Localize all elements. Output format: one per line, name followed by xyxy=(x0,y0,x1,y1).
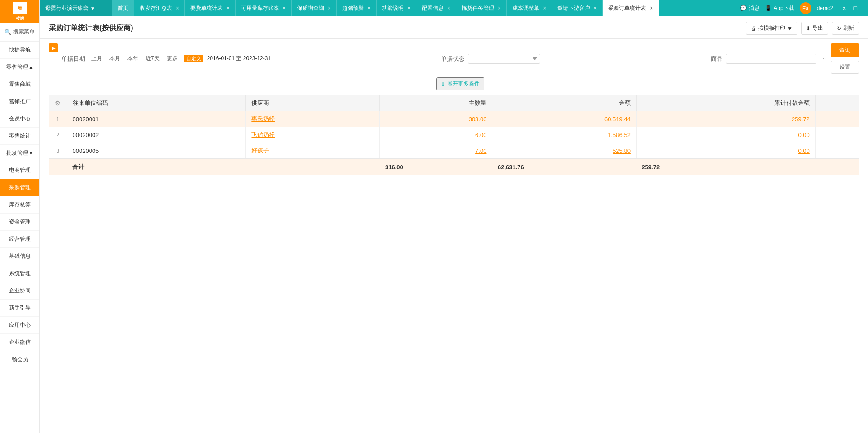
status-filter-select[interactable] xyxy=(468,54,540,64)
date-filter-label: 单据日期 xyxy=(61,55,85,63)
tab-label: 拣货任务管理 xyxy=(462,5,494,12)
tab-close-button[interactable]: × xyxy=(496,5,501,11)
goods-filter-input[interactable] xyxy=(726,54,816,64)
logo-icon-text: 畅 xyxy=(18,5,22,11)
query-area: 查询 设置 xyxy=(831,43,859,74)
tab-close-button[interactable]: × xyxy=(445,5,450,11)
sidebar-item-vip[interactable]: 畅会员 xyxy=(0,351,39,368)
sidebar-item-finance[interactable]: 资金管理 xyxy=(0,214,39,231)
tab-label: 功能说明 xyxy=(382,5,404,12)
window-close-button[interactable]: × xyxy=(839,0,849,16)
message-label: 消息 xyxy=(749,5,760,12)
sidebar-item-member[interactable]: 会员中心 xyxy=(0,110,39,128)
refresh-button[interactable]: ↻ 刷新 xyxy=(832,22,859,35)
table-area: ⚙ 往来单位编码 供应商 主数量 金额 累计付款金额 1 00020001 惠氏… xyxy=(40,95,868,433)
column-checkbox: ⚙ xyxy=(49,95,67,111)
query-button[interactable]: 查询 xyxy=(831,43,859,57)
tab-close-button[interactable]: × xyxy=(648,5,653,11)
sidebar-item-retail-stats[interactable]: 零售统计 xyxy=(0,128,39,145)
table-row[interactable]: 2 00020002 飞鹤奶粉 6.00 1,586.52 0.00 xyxy=(49,127,859,143)
sidebar-item-guide[interactable]: 新手引导 xyxy=(0,300,39,317)
row-code: 00020002 xyxy=(67,127,246,143)
date-shortcut-last-month[interactable]: 上月 xyxy=(89,54,105,63)
tab-overstock[interactable]: 超储预警 × xyxy=(337,0,377,16)
tab-close-button[interactable]: × xyxy=(366,5,371,11)
sidebar-item-ecommerce[interactable]: 电商管理 xyxy=(0,162,39,179)
row-supplier[interactable]: 好孩子 xyxy=(246,143,380,159)
tab-home[interactable]: 首页 xyxy=(112,0,134,16)
avatar[interactable]: Ea xyxy=(800,2,811,14)
row-seq: 2 xyxy=(49,127,67,143)
refresh-label: 刷新 xyxy=(843,24,854,32)
date-shortcut-more[interactable]: 更多 xyxy=(164,54,180,63)
row-qty: 303.00 xyxy=(380,111,492,127)
search-menu-button[interactable]: 🔍 搜索菜单 xyxy=(3,26,37,38)
tab-close-button[interactable]: × xyxy=(406,5,410,11)
search-menu-label: 搜索菜单 xyxy=(13,28,35,36)
sidebar-search-area[interactable]: 🔍 搜索菜单 xyxy=(0,23,39,42)
sidebar-item-system[interactable]: 系统管理 xyxy=(0,265,39,282)
sidebar-item-enterprise-wechat[interactable]: 企业微信 xyxy=(0,334,39,351)
export-icon: ⬇ xyxy=(806,25,811,32)
sidebar-item-label: 会员中心 xyxy=(9,115,31,123)
tab-function-desc[interactable]: 功能说明 × xyxy=(377,0,416,16)
sidebar-item-label: 应用中心 xyxy=(9,321,31,329)
goods-filter-label: 商品 xyxy=(711,55,722,63)
tab-label: 采购订单统计表 xyxy=(608,5,646,12)
tab-purchase-stats[interactable]: 采购订单统计表 × xyxy=(603,0,659,16)
print-button[interactable]: 🖨 按模板打印 ▼ xyxy=(746,22,797,35)
date-shortcut-this-year[interactable]: 本年 xyxy=(125,54,141,63)
tab-close-button[interactable]: × xyxy=(541,5,546,11)
table-row[interactable]: 1 00020001 惠氏奶粉 303.00 60,519.44 259.72 xyxy=(49,111,859,127)
row-supplier[interactable]: 惠氏奶粉 xyxy=(246,111,380,127)
column-supplier: 供应商 xyxy=(246,95,380,111)
export-button[interactable]: ⬇ 导出 xyxy=(801,22,828,35)
message-button[interactable]: 💬 消息 xyxy=(740,5,760,12)
expand-filters-button[interactable]: ⬇ 展开更多条件 xyxy=(436,77,484,90)
summary-qty: 316.00 xyxy=(380,159,492,175)
tab-close-button[interactable]: × xyxy=(225,5,230,11)
sidebar-item-wholesale[interactable]: 批发管理 ▼ xyxy=(0,145,39,162)
settings-button[interactable]: 设置 xyxy=(831,61,859,74)
workspace-dropdown[interactable]: 母婴行业演示账套 ▼ xyxy=(40,0,112,16)
sidebar: 畅 标旗 🔍 搜索菜单 快捷导航 零售管理 ▲ 零售商城 营销推广 会员中心 零… xyxy=(0,0,40,433)
table-row[interactable]: 3 00020005 好孩子 7.00 525.80 0.00 xyxy=(49,143,859,159)
tab-close-button[interactable]: × xyxy=(592,5,597,11)
sidebar-item-operations[interactable]: 经营管理 xyxy=(0,231,39,248)
tab-warranty[interactable]: 保质期查询 × xyxy=(292,0,337,16)
sidebar-item-retail-shop[interactable]: 零售商城 xyxy=(0,76,39,93)
tab-close-button[interactable]: × xyxy=(326,5,331,11)
sidebar-item-purchase[interactable]: 采购管理 xyxy=(0,179,39,196)
sidebar-item-marketing[interactable]: 营销推广 xyxy=(0,93,39,110)
filter-toggle-button[interactable]: ▶ xyxy=(49,43,58,52)
gear-icon[interactable]: ⚙ xyxy=(55,100,61,107)
sidebar-item-label: 零售统计 xyxy=(9,132,31,140)
sidebar-item-enterprise[interactable]: 企业协同 xyxy=(0,282,39,300)
tab-available-stock[interactable]: 可用量库存账本 × xyxy=(236,0,292,16)
sidebar-quick-nav-label: 快捷导航 xyxy=(9,46,31,54)
print-label: 按模板打印 xyxy=(758,24,785,32)
window-maximize-button[interactable]: □ xyxy=(850,0,861,16)
sidebar-item-retail[interactable]: 零售管理 ▲ xyxy=(0,59,39,76)
logo-tagline: 标旗 xyxy=(16,15,24,21)
sidebar-item-inventory[interactable]: 库存核算 xyxy=(0,196,39,214)
username[interactable]: demo2 xyxy=(817,5,834,11)
summary-label: 合计 xyxy=(67,159,246,175)
tab-invite-downstream[interactable]: 邀请下游客户 × xyxy=(552,0,603,16)
date-shortcut-7days[interactable]: 近7天 xyxy=(143,54,162,63)
tab-picking-task[interactable]: 拣货任务管理 × xyxy=(456,0,507,16)
row-supplier[interactable]: 飞鹤奶粉 xyxy=(246,127,380,143)
tab-config-info[interactable]: 配置信息 × xyxy=(416,0,456,16)
tab-close-button[interactable]: × xyxy=(281,5,286,11)
sidebar-item-basic-info[interactable]: 基础信息 xyxy=(0,248,39,265)
tab-goods-stats[interactable]: 要货单统计表 × xyxy=(185,0,236,16)
goods-more-icon[interactable]: ··· xyxy=(820,55,827,63)
sidebar-item-quick-nav[interactable]: 快捷导航 xyxy=(0,42,39,59)
date-shortcut-this-month[interactable]: 本月 xyxy=(107,54,123,63)
tab-collect-pay[interactable]: 收发存汇总表 × xyxy=(134,0,185,16)
print-icon: 🖨 xyxy=(751,25,756,32)
tab-close-button[interactable]: × xyxy=(174,5,179,11)
sidebar-item-app-center[interactable]: 应用中心 xyxy=(0,317,39,334)
app-download-button[interactable]: 📱 App下载 xyxy=(765,5,794,12)
tab-cost-adjust[interactable]: 成本调整单 × xyxy=(507,0,552,16)
